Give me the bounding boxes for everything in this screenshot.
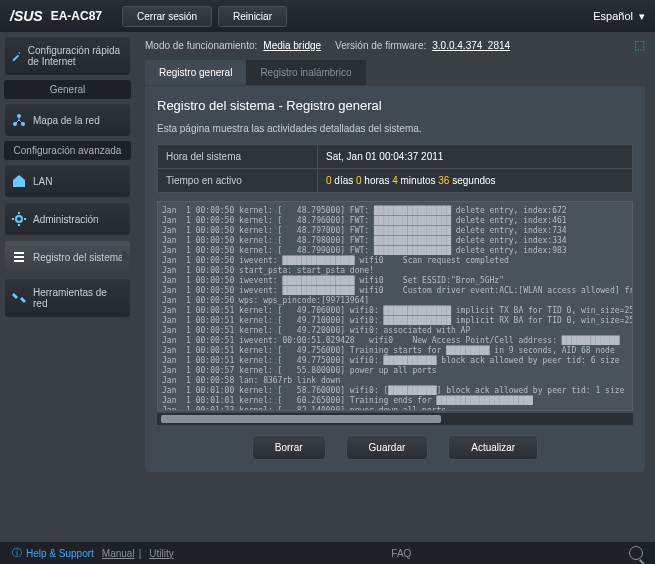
brand-logo: /SUS bbox=[10, 8, 43, 24]
h-scrollbar[interactable] bbox=[157, 413, 633, 425]
panel: Registro del sistema - Registro general … bbox=[145, 86, 645, 472]
svg-point-0 bbox=[17, 114, 21, 118]
status-icon: ⬚ bbox=[634, 38, 645, 52]
sidebar-lan[interactable]: LAN bbox=[4, 164, 131, 198]
network-icon bbox=[11, 112, 27, 128]
wand-icon bbox=[11, 48, 22, 64]
help-link[interactable]: Help & Support bbox=[26, 548, 94, 559]
logout-button[interactable]: Cerrar sesión bbox=[122, 6, 212, 27]
sidebar-general-header: General bbox=[4, 80, 131, 99]
clear-button[interactable]: Borrar bbox=[252, 435, 326, 460]
sidebar-network-tools[interactable]: Herramientas de red bbox=[4, 278, 131, 318]
tab-general-log[interactable]: Registro general bbox=[145, 60, 246, 85]
sidebar-advanced-header: Configuración avanzada bbox=[4, 141, 131, 160]
refresh-button[interactable]: Actualizar bbox=[448, 435, 538, 460]
list-icon bbox=[11, 249, 27, 265]
page-title: Registro del sistema - Registro general bbox=[157, 98, 633, 113]
info-table: Hora del sistemaSat, Jan 01 00:04:37 201… bbox=[157, 144, 633, 193]
help-icon: ⓘ bbox=[12, 546, 22, 560]
sidebar-network-map[interactable]: Mapa de la red bbox=[4, 103, 131, 137]
language-selector[interactable]: Español ▾ bbox=[593, 10, 645, 23]
faq-link[interactable]: FAQ bbox=[391, 548, 411, 559]
sidebar: Configuración rápida de Internet General… bbox=[0, 32, 135, 542]
manual-link[interactable]: Manual bbox=[102, 548, 135, 559]
chevron-down-icon: ▾ bbox=[639, 10, 645, 23]
top-info: Modo de funcionamiento: Media bridge Ver… bbox=[145, 38, 645, 52]
search-icon[interactable] bbox=[629, 546, 643, 560]
utility-link[interactable]: Utility bbox=[149, 548, 173, 559]
tabs: Registro general Registro inalámbrico bbox=[145, 60, 645, 86]
op-mode-link[interactable]: Media bridge bbox=[263, 40, 321, 51]
header: /SUS EA-AC87 Cerrar sesión Reiniciar Esp… bbox=[0, 0, 655, 32]
content: Modo de funcionamiento: Media bridge Ver… bbox=[135, 32, 655, 542]
restart-button[interactable]: Reiniciar bbox=[218, 6, 287, 27]
page-desc: Esta página muestra las actividades deta… bbox=[157, 123, 633, 134]
model-name: EA-AC87 bbox=[51, 9, 102, 23]
sidebar-admin[interactable]: Administración bbox=[4, 202, 131, 236]
firmware-link[interactable]: 3.0.0.4.374_2814 bbox=[432, 40, 510, 51]
uptime: 0 días 0 horas 4 minutos 36 segundos bbox=[318, 169, 633, 193]
system-time: Sat, Jan 01 00:04:37 2011 bbox=[318, 145, 633, 169]
log-textarea[interactable]: Jan 1 00:00:50 kernel: [ 48.795000] FWT:… bbox=[157, 201, 633, 411]
home-icon bbox=[11, 173, 27, 189]
save-button[interactable]: Guardar bbox=[346, 435, 429, 460]
tools-icon bbox=[11, 290, 27, 306]
sidebar-quick-setup[interactable]: Configuración rápida de Internet bbox=[4, 36, 131, 76]
svg-point-3 bbox=[16, 216, 22, 222]
tab-wireless-log[interactable]: Registro inalámbrico bbox=[246, 60, 365, 85]
sidebar-system-log[interactable]: Registro del sistema bbox=[4, 240, 131, 274]
gear-icon bbox=[11, 211, 27, 227]
footer: ⓘ Help & Support Manual | Utility FAQ bbox=[0, 542, 655, 564]
